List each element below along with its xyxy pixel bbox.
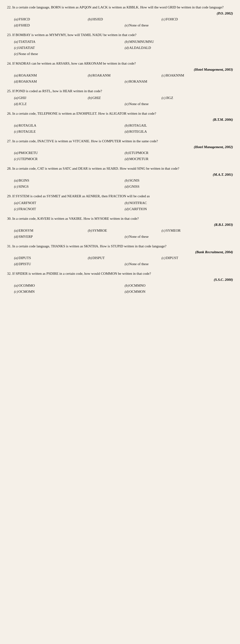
option: (c)OCMOMN xyxy=(14,289,122,294)
option-value: OCMMNO xyxy=(129,284,146,287)
options-row-2: (c)FRACNOIT(d)CARFTION xyxy=(7,206,233,212)
options-row-1: (a)PMOCRETU(b)ETUPMOCR xyxy=(7,150,233,156)
option-label: (c) xyxy=(161,96,165,100)
option-value: ROTAGILA xyxy=(19,124,36,127)
option-value: ROAKNNM xyxy=(166,74,184,77)
options-row-1: (a)TIATIATIA(b)MNUMNUMNU xyxy=(7,39,233,44)
options-row-2: (c)SINGS(d)GNISS xyxy=(7,184,233,189)
question-text-25: 25. If POND is coded as RSTL, how is HEA… xyxy=(7,88,233,94)
option-value: NOITFRAC xyxy=(129,201,147,205)
options-row-1: (a)DIPUTS(b)DISPUT(c)DIPUST xyxy=(7,255,233,261)
options-row-1: (a)CARFNOIT(b)NOITFRAC xyxy=(7,200,233,206)
option-value: OCOMMO xyxy=(19,284,35,287)
option-label: (e) xyxy=(125,235,129,238)
question-block-27: 27. In a certain code, INACTIVE is writt… xyxy=(7,138,233,162)
options-row-1: (a)EROSYM(b)SYMROE(c)SYMEOR xyxy=(7,228,233,233)
option-label: (c) xyxy=(14,46,18,50)
option: (b)HSJED xyxy=(88,16,159,22)
option: (d)MOCPETUR xyxy=(125,156,233,162)
options-row-2: (d)ROAKNAM(e)ROKANAM xyxy=(7,79,233,84)
option-value: SINGS xyxy=(19,185,29,188)
source-ref: (P.O. 2002) xyxy=(7,12,233,16)
question-number: 28. xyxy=(7,166,13,170)
option: (b)MNUMNUMNU xyxy=(125,39,233,44)
option-value: PMOCRETU xyxy=(19,151,38,155)
option-label: (c) xyxy=(14,157,18,161)
option-label: (b) xyxy=(125,40,129,44)
option-value: IATIATIAT xyxy=(19,46,35,50)
source-ref: (Hotel Management, 2002) xyxy=(7,145,233,149)
option: (d)ALDALDALD xyxy=(125,45,233,50)
option-value: ROTAGILE xyxy=(19,130,36,134)
question-text-27: 27. In a certain code, INACTIVE is writt… xyxy=(7,138,233,144)
option-label: (d) xyxy=(125,290,129,294)
option-value: SMYERP xyxy=(19,235,33,238)
option-value: OCMMON xyxy=(129,290,146,294)
option-value: TIATIATIA xyxy=(19,40,36,44)
question-number: 32. xyxy=(7,272,13,276)
option: (d)ROTEGILA xyxy=(125,129,233,134)
option-value: None of these xyxy=(129,102,149,106)
options-row-2: (d)SMYERP(e)None of these xyxy=(7,234,233,240)
question-block-29: 29. If SYSTEM is coded as SYSMET and NEA… xyxy=(7,194,233,212)
option: (c)UTEPMOCR xyxy=(14,156,122,162)
option-label: (a) xyxy=(14,74,18,77)
option-label: (b) xyxy=(88,96,92,100)
option-value: JIGZ xyxy=(166,96,173,100)
option-value: ROAKANM xyxy=(92,74,111,77)
option-label: (b) xyxy=(125,178,129,182)
source-ref: (Bank Recruitment, 2004) xyxy=(7,250,233,254)
option-label: (e) xyxy=(125,102,129,106)
option: (c)IATIATIAT xyxy=(14,45,122,50)
option-label: (d) xyxy=(125,130,129,134)
option-label: (e) xyxy=(125,24,129,27)
option-label: (e) xyxy=(125,80,129,83)
question-text-23: 23. If BOMBAY is written as MYMYMY, how … xyxy=(7,32,233,38)
option-value: CARFNOIT xyxy=(19,201,36,205)
option: (a)GHIJ xyxy=(14,95,86,100)
option: (b)ETUPMOCR xyxy=(125,150,233,156)
question-text-31: 31. In a certain code language, THANKS i… xyxy=(7,244,233,249)
source-ref: (Hotel Management, 2003) xyxy=(7,68,233,72)
option-value: SGNIS xyxy=(129,178,139,182)
question-number: 24. xyxy=(7,62,13,65)
option-label: (e) xyxy=(125,262,129,266)
options-row-1: (a)ROAAKNM(b)ROAKANM(c)ROAKNNM xyxy=(7,72,233,78)
option-label: (d) xyxy=(14,24,18,27)
option: (e)None of these xyxy=(125,101,233,107)
option-label: (b) xyxy=(88,229,92,232)
option-value: MOCPETUR xyxy=(129,157,149,161)
question-body: If SPIDER is written as PSDIRE in a cert… xyxy=(13,272,151,276)
question-block-26: 26. In a certain code, TELEPHONE is writ… xyxy=(7,111,233,134)
option-label: (c) xyxy=(14,290,18,294)
option-value: ALDALDALD xyxy=(129,46,151,50)
option-label: (c) xyxy=(161,229,165,232)
option: (b)OCMMNO xyxy=(125,283,233,288)
option-label: (a) xyxy=(14,151,18,155)
option-label: (a) xyxy=(14,229,18,232)
option: (c)JIGZ xyxy=(161,95,233,100)
options-row-2: (d)JCLZ(e)None of these xyxy=(7,101,233,107)
question-block-31: 31. In a certain code language, THANKS i… xyxy=(7,244,233,267)
options-row-2: (c)IATIATIAT(d)ALDALDALD xyxy=(7,45,233,50)
option-label: (b) xyxy=(88,256,92,260)
option: (a)EROSYM xyxy=(14,228,86,233)
option-value: SYMROE xyxy=(92,229,107,232)
options-row-2: (d)FSHED(e)None of these xyxy=(7,22,233,28)
option-label: (a) xyxy=(14,40,18,44)
question-text-22: 22. In a certain code language, BORN is … xyxy=(7,5,233,10)
questions-container: 22. In a certain code language, BORN is … xyxy=(7,5,233,294)
options-row-1: (a)ROTAGILA(b)ROTAGAIL xyxy=(7,122,233,128)
option: (d)CARFTION xyxy=(125,206,233,212)
option: (b)ROAKANM xyxy=(88,72,159,78)
question-body: In a certain code language, THANKS is wr… xyxy=(13,244,167,248)
option: (c)FOHCD xyxy=(161,16,233,22)
question-body: If BOMBAY is written as MYMYMY, how will… xyxy=(13,33,136,37)
option-value: None of these xyxy=(129,24,149,27)
question-number: 26. xyxy=(7,112,13,115)
question-text-30: 30. In a certain code, KAVERI is written… xyxy=(7,216,233,222)
question-text-29: 29. If SYSTEM is coded as SYSMET and NEA… xyxy=(7,194,233,199)
option-label: (d) xyxy=(125,207,129,211)
option: (e)None of these xyxy=(125,22,233,28)
option-label: (c) xyxy=(14,207,18,211)
